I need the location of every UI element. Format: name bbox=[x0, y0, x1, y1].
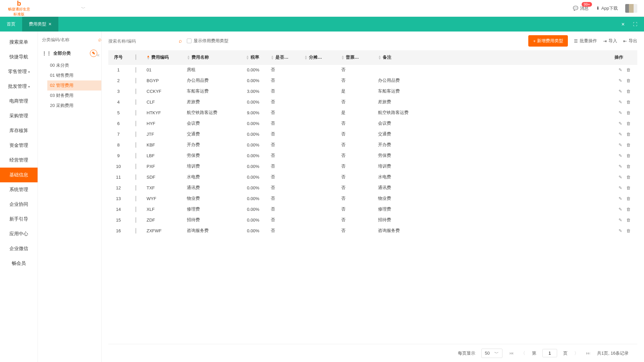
nav-item[interactable]: 经营管理 bbox=[0, 153, 38, 168]
delete-row-button[interactable]: 🗑 bbox=[626, 78, 631, 83]
edit-row-button[interactable]: ✎ bbox=[619, 142, 622, 147]
cell-checkbox[interactable] bbox=[128, 172, 143, 182]
table-row[interactable]: 4 CLF 差旅费 0.00% 否 否 差旅费 ✎ 🗑 bbox=[108, 97, 637, 107]
import-button[interactable]: ⇥ 导入 bbox=[603, 38, 617, 44]
col-name[interactable]: ▲▼费用名称 bbox=[183, 50, 237, 64]
table-row[interactable]: 2 BGYP 办公用品费 0.00% 否 否 办公用品费 ✎ 🗑 bbox=[108, 75, 637, 86]
prev-page-button[interactable]: 〈 bbox=[520, 350, 526, 356]
cell-checkbox[interactable] bbox=[128, 118, 143, 129]
show-disabled-checkbox[interactable]: 显示停用费用类型 bbox=[187, 38, 228, 44]
table-row[interactable]: 8 KBF 开办费 0.00% 否 否 开办费 ✎ 🗑 bbox=[108, 139, 637, 150]
category-item[interactable]: 02 管理费用 bbox=[47, 80, 101, 90]
company-dropdown[interactable]: ﹀ bbox=[38, 5, 94, 11]
nav-item[interactable]: 新手引导 bbox=[0, 212, 38, 227]
category-search-input[interactable] bbox=[42, 37, 98, 42]
nav-item[interactable]: 批发管理▾ bbox=[0, 79, 38, 94]
edit-row-button[interactable]: ✎ bbox=[619, 132, 622, 137]
category-item[interactable]: 20 采购费用 bbox=[47, 101, 101, 111]
edit-row-button[interactable]: ✎ bbox=[619, 164, 622, 169]
nav-item[interactable]: 企业微信 bbox=[0, 241, 38, 256]
new-feetype-button[interactable]: + 新增费用类型 bbox=[528, 35, 568, 47]
col-yn3[interactable]: ▲▼普票… bbox=[338, 50, 375, 64]
last-page-button[interactable]: ⏭ bbox=[585, 351, 591, 356]
cell-checkbox[interactable] bbox=[128, 107, 143, 118]
fullscreen-button[interactable]: ⛶ bbox=[631, 20, 639, 28]
category-root[interactable]: ⋮⋮ 全部分类 ✎ bbox=[38, 48, 101, 60]
tab-home[interactable]: 首页 bbox=[0, 17, 22, 32]
delete-row-button[interactable]: 🗑 bbox=[626, 153, 631, 158]
col-code[interactable]: ▲▼费用编码 bbox=[143, 50, 183, 64]
table-search-input[interactable] bbox=[108, 39, 179, 44]
nav-item[interactable]: 采购管理 bbox=[0, 109, 38, 123]
close-icon[interactable]: ✕ bbox=[48, 22, 52, 26]
table-row[interactable]: 11 SDF 水电费 0.00% 否 否 水电费 ✎ 🗑 bbox=[108, 172, 637, 182]
nav-item[interactable]: 电商管理 bbox=[0, 94, 38, 109]
delete-row-button[interactable]: 🗑 bbox=[626, 218, 631, 223]
col-rate[interactable]: ▲▼税率 bbox=[237, 50, 267, 64]
table-row[interactable]: 5 HTKYF 航空铁路客运费 9.00% 否 是 航空铁路客运费 ✎ 🗑 bbox=[108, 107, 637, 118]
delete-row-button[interactable]: 🗑 bbox=[626, 132, 631, 137]
cell-checkbox[interactable] bbox=[128, 64, 143, 75]
category-item[interactable]: 01 销售费用 bbox=[47, 70, 101, 80]
delete-row-button[interactable]: 🗑 bbox=[626, 121, 631, 126]
table-row[interactable]: 15 ZDF 招待费 0.00% 否 否 招待费 ✎ 🗑 bbox=[108, 215, 637, 225]
cell-checkbox[interactable] bbox=[128, 129, 143, 139]
col-note[interactable]: ▲▼备注 bbox=[375, 50, 600, 64]
delete-row-button[interactable]: 🗑 bbox=[626, 175, 631, 180]
table-row[interactable]: 12 TXF 通讯费 0.00% 否 否 通讯费 ✎ 🗑 bbox=[108, 182, 637, 193]
edit-row-button[interactable]: ✎ bbox=[619, 67, 622, 72]
table-row[interactable]: 16 ZXFWF 咨询服务费 0.00% 否 否 咨询服务费 ✎ 🗑 bbox=[108, 225, 637, 236]
table-row[interactable]: 14 XLF 修理费 0.00% 否 否 修理费 ✎ 🗑 bbox=[108, 204, 637, 215]
edit-row-button[interactable]: ✎ bbox=[619, 100, 622, 105]
table-row[interactable]: 13 WYF 物业费 0.00% 否 否 物业费 ✎ 🗑 bbox=[108, 193, 637, 204]
delete-row-button[interactable]: 🗑 bbox=[626, 185, 631, 190]
cell-checkbox[interactable] bbox=[128, 193, 143, 204]
edit-row-button[interactable]: ✎ bbox=[619, 175, 622, 180]
nav-item[interactable]: 快捷导航 bbox=[0, 50, 38, 64]
delete-row-button[interactable]: 🗑 bbox=[626, 196, 631, 201]
nav-item[interactable]: 系统管理 bbox=[0, 182, 38, 197]
table-row[interactable]: 10 PXF 培训费 0.00% 否 否 培训费 ✎ 🗑 bbox=[108, 161, 637, 172]
delete-row-button[interactable]: 🗑 bbox=[626, 100, 631, 105]
messages-button[interactable]: 💬 消息 99+ bbox=[573, 5, 589, 11]
cell-checkbox[interactable] bbox=[128, 86, 143, 97]
cell-checkbox[interactable] bbox=[128, 75, 143, 86]
col-yn2[interactable]: ▲▼分摊… bbox=[301, 50, 338, 64]
cell-checkbox[interactable] bbox=[128, 150, 143, 161]
edit-row-button[interactable]: ✎ bbox=[619, 121, 622, 126]
nav-item[interactable]: 畅会员 bbox=[0, 256, 38, 271]
delete-row-button[interactable]: 🗑 bbox=[626, 67, 631, 72]
table-row[interactable]: 3 CCKYF 车船客运费 3.00% 否 是 车船客运费 ✎ 🗑 bbox=[108, 86, 637, 97]
cell-checkbox[interactable] bbox=[128, 97, 143, 107]
col-seq[interactable]: 序号 bbox=[108, 50, 128, 64]
cell-checkbox[interactable] bbox=[128, 225, 143, 236]
nav-item[interactable]: 企业协同 bbox=[0, 197, 38, 212]
delete-row-button[interactable]: 🗑 bbox=[626, 228, 631, 233]
cell-checkbox[interactable] bbox=[128, 161, 143, 172]
category-item[interactable]: 00 未分类 bbox=[47, 60, 101, 70]
table-row[interactable]: 1 01 房租 0.00% 否 否 ✎ 🗑 bbox=[108, 64, 637, 75]
edit-row-button[interactable]: ✎ bbox=[619, 89, 622, 94]
nav-item[interactable]: 应用中心 bbox=[0, 227, 38, 241]
edit-row-button[interactable]: ✎ bbox=[619, 218, 622, 223]
first-page-button[interactable]: ⏮ bbox=[508, 351, 514, 356]
avatar[interactable] bbox=[625, 4, 637, 13]
cell-checkbox[interactable] bbox=[128, 139, 143, 150]
cell-checkbox[interactable] bbox=[128, 204, 143, 215]
edit-row-button[interactable]: ✎ bbox=[619, 228, 622, 233]
nav-item[interactable]: 搜索菜单 bbox=[0, 35, 38, 50]
col-checkbox[interactable] bbox=[128, 50, 143, 64]
edit-row-button[interactable]: ✎ bbox=[619, 110, 622, 115]
table-row[interactable]: 9 LBF 劳保费 0.00% 否 否 劳保费 ✎ 🗑 bbox=[108, 150, 637, 161]
export-button[interactable]: ⇤ 导出 bbox=[623, 38, 637, 44]
collapse-panel-button[interactable]: « bbox=[95, 50, 101, 60]
col-yn1[interactable]: ▲▼是否… bbox=[267, 50, 301, 64]
edit-row-button[interactable]: ✎ bbox=[619, 185, 622, 190]
search-icon[interactable]: ⌕ bbox=[98, 37, 102, 43]
delete-row-button[interactable]: 🗑 bbox=[626, 164, 631, 169]
page-input[interactable] bbox=[542, 349, 557, 357]
tabs-close-all-button[interactable]: ✕ bbox=[619, 20, 627, 28]
nav-item[interactable]: 库存核算 bbox=[0, 123, 38, 138]
category-item[interactable]: 03 财务费用 bbox=[47, 90, 101, 101]
app-download-button[interactable]: ⬇ App下载 bbox=[596, 5, 618, 11]
